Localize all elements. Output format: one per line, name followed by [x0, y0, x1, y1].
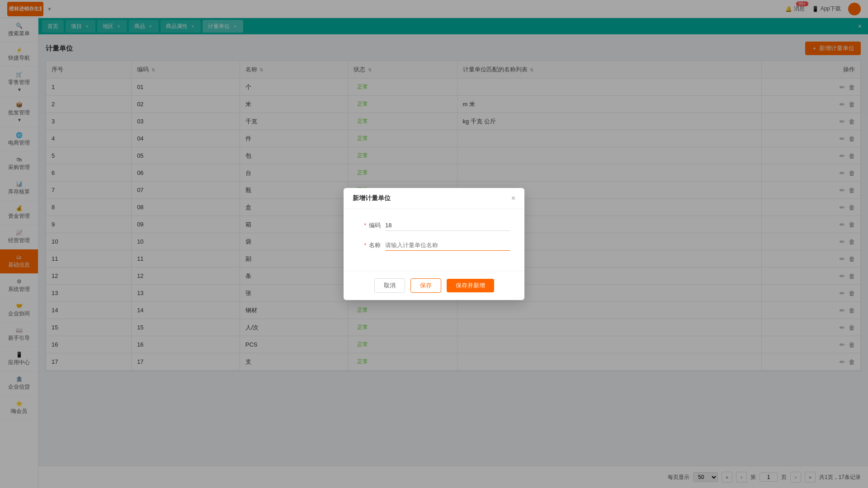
- modal-close-btn[interactable]: ×: [511, 195, 515, 202]
- cancel-button[interactable]: 取消: [374, 278, 405, 293]
- save-button[interactable]: 保存: [410, 278, 441, 293]
- name-label: * 名称: [358, 241, 381, 249]
- modal-header: 新增计量单位 ×: [344, 188, 524, 209]
- modal-overlay: 新增计量单位 × * 编码 * 名称 取消 保存 保存并新增: [0, 0, 868, 488]
- add-unit-modal: 新增计量单位 × * 编码 * 名称 取消 保存 保存并新增: [344, 188, 524, 300]
- modal-footer: 取消 保存 保存并新增: [344, 271, 524, 300]
- modal-body: * 编码 * 名称: [344, 209, 524, 271]
- code-label-text: 编码: [369, 222, 381, 229]
- code-label: * 编码: [358, 221, 381, 230]
- unit-name-input[interactable]: [385, 240, 510, 251]
- modal-title: 新增计量单位: [353, 194, 391, 202]
- name-label-text: 名称: [369, 242, 381, 249]
- form-item-code: * 编码: [358, 220, 510, 231]
- form-item-name: * 名称: [358, 240, 510, 251]
- save-and-new-button[interactable]: 保存并新增: [447, 279, 494, 292]
- code-input[interactable]: [385, 220, 510, 231]
